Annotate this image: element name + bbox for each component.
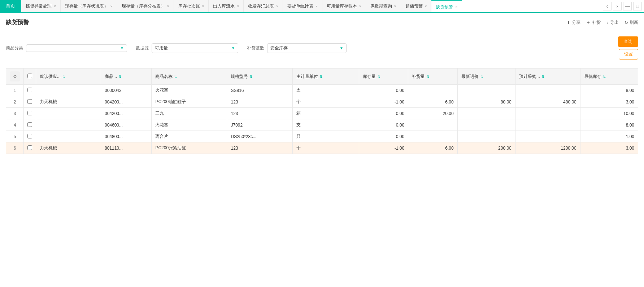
cell-est-purchase: 1200.00 [515,142,580,154]
cell-stock: 0.00 [359,85,408,96]
tab-next-button[interactable]: › [613,2,622,10]
tab-prev-button[interactable]: ‹ [603,2,612,10]
cell-checkbox[interactable] [24,108,36,119]
table-row: 2 力天机械 004200... PC200油缸缸子 123 个 -1.00 6… [6,96,638,108]
table-row: 3 004200... 三九 123 箱 0.00 20.00 10.00 [6,108,638,119]
cell-spec: 123 [227,108,292,119]
cell-index: 4 [6,119,24,131]
tab-order-stats[interactable]: 要货单统计表 × [283,0,322,12]
cell-checkbox[interactable] [24,131,36,142]
est-purchase-sort-icon: ⇅ [541,75,544,79]
th-replenish[interactable]: 补货量 ⇅ [408,69,457,85]
supplier-sort-icon: ⇅ [62,75,65,79]
tab-minimize-button[interactable]: — [623,2,632,10]
th-product-code[interactable]: 商品... ⇅ [101,69,151,85]
replenish-icon: ＋ [586,19,591,26]
tab-batch-account-close[interactable]: × [202,4,204,8]
row-checkbox[interactable] [27,145,32,150]
cell-est-purchase [515,131,580,142]
th-supplier[interactable]: 默认供应... ⇅ [36,69,101,85]
cell-checkbox[interactable] [24,85,36,96]
tab-home[interactable]: 首页 [0,0,21,12]
tab-available-ledger-close[interactable]: × [359,4,361,8]
cell-unit: 支 [292,119,359,131]
tab-inout-flow[interactable]: 出入库流水 × [209,0,244,12]
export-button[interactable]: ↓ 导出 [606,19,619,26]
tab-abnormal[interactable]: 拣货异常处理 × [21,0,61,12]
th-name-label: 商品名称 [155,74,173,80]
tab-shortage-close[interactable]: × [455,5,457,9]
export-label: 导出 [610,19,619,26]
tab-expiry-query-label: 保质期查询 [370,3,392,9]
share-button[interactable]: ⬆ 分享 [567,19,580,26]
cell-supplier: 力天机械 [36,142,101,154]
cell-replenish [408,131,457,142]
gear-icon[interactable]: ⚙ [10,71,20,81]
tab-inventory-status[interactable]: 现存量（库存状况表） × [61,0,117,12]
row-checkbox[interactable] [27,88,32,92]
query-button[interactable]: 查询 [618,36,638,47]
cell-latest-price: 80.00 [457,96,515,108]
tab-expiry-query-close[interactable]: × [394,4,396,8]
th-unit[interactable]: 主计量单位 ⇅ [292,69,359,85]
cell-replenish [408,85,457,96]
replenish-base-filter-group: 补货基数 安全库存 ▼ [247,43,347,53]
th-spec[interactable]: 规格型号 ⇅ [227,69,292,85]
th-replenish-label: 补货量 [412,74,425,80]
datasource-label: 数据源 [136,45,149,51]
th-product-name[interactable]: 商品名称 ⇅ [152,69,227,85]
cell-min-stock: 3.00 [580,142,638,154]
row-checkbox[interactable] [27,122,32,127]
tab-shortage[interactable]: 缺货预警 × [431,0,462,13]
cell-checkbox[interactable] [24,119,36,131]
row-checkbox[interactable] [27,134,32,138]
th-gear[interactable]: ⚙ [6,69,24,85]
row-checkbox[interactable] [27,99,32,104]
tab-inout-flow-close[interactable]: × [237,4,239,8]
tab-inventory-status-close[interactable]: × [110,4,113,8]
cell-stock: 0.00 [359,131,408,142]
tab-batch-account[interactable]: 库存批次账 × [174,0,209,12]
row-checkbox[interactable] [27,111,32,115]
cell-index: 1 [6,85,24,96]
settings-button[interactable]: 设置 [619,49,638,59]
tab-shortage-label: 缺货预警 [436,4,453,10]
category-label: 商品分类 [6,45,23,51]
tab-order-stats-close[interactable]: × [316,4,318,8]
tab-receipt-summary[interactable]: 收发存汇总表 × [244,0,283,12]
cell-latest-price [457,131,515,142]
cell-checkbox[interactable] [24,96,36,108]
cell-code: 004200... [101,108,151,119]
replenish-button[interactable]: ＋ 补货 [586,19,601,26]
tab-inventory-dist-close[interactable]: × [167,4,169,8]
page-title: 缺货预警 [6,19,29,26]
tab-available-ledger[interactable]: 可用量库存账本 × [322,0,366,12]
cell-unit: 个 [292,142,359,154]
cell-code: 004600... [101,119,151,131]
refresh-icon: ↻ [625,20,628,25]
tab-overstock-close[interactable]: × [425,4,427,8]
replenish-base-select[interactable]: 安全库存 ▼ [267,43,347,53]
th-min-stock[interactable]: 最低库存 ⇅ [580,69,638,85]
refresh-button[interactable]: ↻ 刷新 [625,19,638,26]
tab-maximize-button[interactable]: □ [633,2,642,10]
datasource-value: 可用量 [155,45,168,51]
tab-overstock[interactable]: 超储预警 × [401,0,432,12]
cell-replenish: 6.00 [408,96,457,108]
th-est-purchase[interactable]: 预计采购... ⇅ [515,69,580,85]
cell-supplier [36,108,101,119]
stock-sort-icon: ⇅ [377,75,380,79]
cell-checkbox[interactable] [24,142,36,154]
tab-receipt-summary-close[interactable]: × [276,4,278,8]
datasource-select[interactable]: 可用量 ▼ [152,43,238,53]
category-select[interactable]: ▼ [26,44,127,52]
th-latest-price[interactable]: 最新进价 ⇅ [457,69,515,85]
select-all-checkbox[interactable] [27,74,32,78]
th-stock[interactable]: 库存量 ⇅ [359,69,408,85]
tab-inventory-dist[interactable]: 现存量（库存分布表） × [117,0,174,12]
header-actions: ⬆ 分享 ＋ 补货 ↓ 导出 ↻ 刷新 [567,19,638,26]
cell-index: 3 [6,108,24,119]
tab-abnormal-close[interactable]: × [54,4,56,8]
code-sort-icon: ⇅ [118,75,121,79]
tab-expiry-query[interactable]: 保质期查询 × [366,0,401,12]
